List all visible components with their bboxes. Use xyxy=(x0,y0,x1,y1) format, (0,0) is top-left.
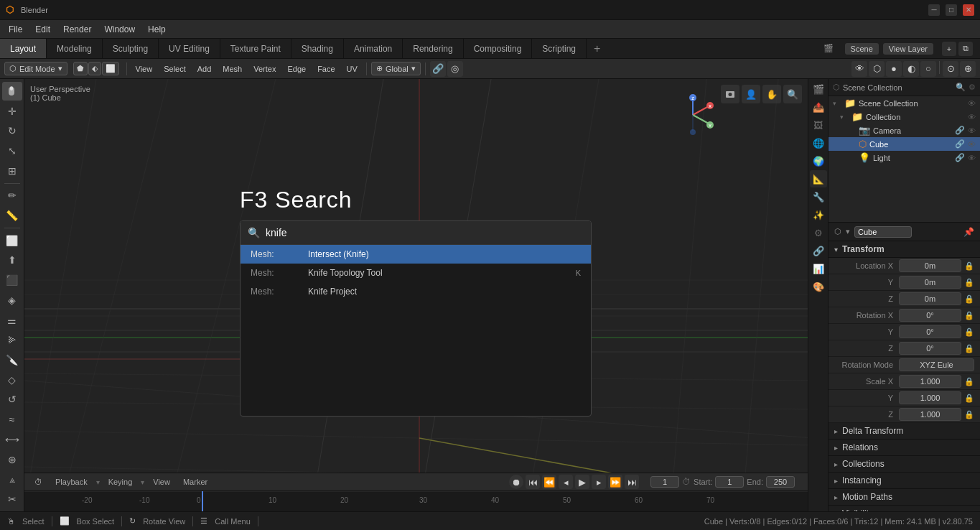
collections-section[interactable]: ▸ Collections xyxy=(829,456,980,473)
tl-record-btn[interactable]: ⏺ xyxy=(509,475,523,489)
delta-transform-section[interactable]: ▸ Delta Transform xyxy=(829,423,980,440)
editor-type-selector[interactable]: ⬡ Edit Mode ▾ xyxy=(4,62,67,75)
scale-x-value[interactable]: 1.000 xyxy=(899,375,961,388)
scale-y-value[interactable]: 1.000 xyxy=(899,391,961,404)
prop-modifier-tab[interactable]: 🔧 xyxy=(810,188,827,205)
vp-zoom-icon[interactable]: 🔍 xyxy=(783,85,802,103)
new-scene-button[interactable]: + xyxy=(942,42,956,56)
tl-marker[interactable]: Marker xyxy=(179,476,212,488)
rotation-x-value[interactable]: 0° xyxy=(899,309,961,322)
inset-tool[interactable]: ⬛ xyxy=(2,271,22,289)
uv-menu[interactable]: UV xyxy=(342,63,362,75)
location-z-value[interactable]: 0m xyxy=(899,292,961,305)
close-button[interactable]: ✕ xyxy=(963,4,974,16)
prop-pin-icon[interactable]: 📌 xyxy=(963,227,974,237)
ol-collection[interactable]: ▾ 📁 Collection 👁 xyxy=(829,110,980,124)
smooth-tool[interactable]: ≈ xyxy=(2,410,22,429)
ol-collection-vis[interactable]: 👁 xyxy=(968,113,976,121)
minimize-button[interactable]: ─ xyxy=(928,4,940,16)
prop-view-layer-tab[interactable]: 🖼 xyxy=(810,116,827,134)
ol-light-vis[interactable]: 👁 xyxy=(968,154,976,162)
vertex-menu[interactable]: Vertex xyxy=(249,63,280,75)
vp-person-icon[interactable]: 👤 xyxy=(742,85,760,103)
menu-edit[interactable]: Edit xyxy=(29,23,56,36)
prop-world-tab[interactable]: 🌍 xyxy=(810,152,827,169)
tl-prev-key-btn[interactable]: ◂ xyxy=(559,475,573,489)
overlay-button[interactable]: ⊙ xyxy=(943,61,958,77)
tl-jump-end-btn[interactable]: ⏭ xyxy=(625,475,639,489)
tl-jump-start-btn[interactable]: ⏮ xyxy=(526,475,540,489)
object-name-input[interactable] xyxy=(854,226,912,238)
tab-compositing[interactable]: Compositing xyxy=(464,39,533,58)
viewport[interactable]: User Perspective (1) Cube 👤 ✋ 🔍 xyxy=(24,79,808,473)
rotation-mode-value[interactable]: XYZ Eule xyxy=(899,358,974,371)
maximize-button[interactable]: □ xyxy=(946,4,957,16)
rotation-x-anim-icon[interactable]: 🔒 xyxy=(964,311,974,320)
f3-search-input[interactable] xyxy=(266,227,584,238)
tab-texture-paint[interactable]: Texture Paint xyxy=(220,39,291,58)
f3-result-2[interactable]: Mesh: Knife Project xyxy=(241,282,591,301)
ol-scene-collection-vis[interactable]: 👁 xyxy=(968,99,976,108)
ol-camera-vis[interactable]: 👁 xyxy=(968,126,976,135)
location-y-anim-icon[interactable]: 🔒 xyxy=(964,278,974,287)
edge-mode-btn[interactable]: ⬖ xyxy=(88,62,101,75)
f3-result-0[interactable]: Mesh: Intersect (Knife) xyxy=(241,245,591,264)
location-z-anim-icon[interactable]: 🔒 xyxy=(964,294,974,304)
tl-editor-type[interactable]: ⏱ xyxy=(30,476,47,488)
tl-keying[interactable]: Keying xyxy=(104,476,137,488)
poly-build-tool[interactable]: ◇ xyxy=(2,371,22,389)
prop-material-tab[interactable]: 🎨 xyxy=(810,278,827,295)
rip-region-tool[interactable]: ✂ xyxy=(2,490,22,508)
gizmo-button[interactable]: ⊕ xyxy=(960,61,976,77)
add-cube-tool[interactable]: ⬜ xyxy=(2,231,22,250)
spin-tool[interactable]: ↺ xyxy=(2,391,22,409)
menu-help[interactable]: Help xyxy=(142,23,172,36)
transform-section-header[interactable]: ▾ Transform xyxy=(829,241,980,258)
scale-z-value[interactable]: 1.000 xyxy=(899,408,961,421)
bevel-tool[interactable]: ◈ xyxy=(2,291,22,310)
tl-play-btn[interactable]: ▶ xyxy=(575,475,589,489)
extrude-tool[interactable]: ⬆ xyxy=(2,251,22,270)
prop-constraints-tab[interactable]: 🔗 xyxy=(810,242,827,259)
ol-scene-collection[interactable]: ▾ 📁 Scene Collection 👁 xyxy=(829,96,980,110)
prop-particles-tab[interactable]: ✨ xyxy=(810,206,827,223)
ol-cube-vis[interactable]: 👁 xyxy=(968,140,976,149)
viewport-shading-wire[interactable]: ⬡ xyxy=(869,61,885,77)
add-menu[interactable]: Add xyxy=(193,63,216,75)
tl-current-frame[interactable] xyxy=(650,476,679,488)
instancing-section[interactable]: ▸ Instancing xyxy=(829,473,980,489)
ol-cube-link-icon[interactable]: 🔗 xyxy=(955,139,965,149)
scene-selector[interactable]: Scene xyxy=(845,43,879,55)
ol-camera-link-icon[interactable]: 🔗 xyxy=(955,126,965,135)
select-menu[interactable]: Select xyxy=(159,63,190,75)
loop-cut-tool[interactable]: ⚌ xyxy=(2,311,22,330)
f3-result-1[interactable]: Mesh: Knife Topology Tool K xyxy=(241,264,591,282)
rotate-tool[interactable]: ↻ xyxy=(2,121,22,140)
prop-output-tab[interactable]: 📤 xyxy=(810,98,827,116)
rotation-z-value[interactable]: 0° xyxy=(899,342,961,355)
location-y-value[interactable]: 0m xyxy=(899,276,961,289)
annotate-tool[interactable]: ✏ xyxy=(2,187,22,205)
rotation-y-anim-icon[interactable]: 🔒 xyxy=(964,327,974,337)
engine-selector[interactable]: 🎬 xyxy=(823,44,834,53)
object-mode-icons[interactable]: 👁 xyxy=(851,61,867,77)
viewport-shading-material[interactable]: ◐ xyxy=(903,61,919,77)
move-tool[interactable]: ✛ xyxy=(2,102,22,121)
prop-render-tab[interactable]: 🎬 xyxy=(810,80,827,98)
tab-scripting[interactable]: Scripting xyxy=(532,39,587,58)
offset-edge-tool[interactable]: ⫸ xyxy=(2,330,22,349)
location-x-anim-icon[interactable]: 🔒 xyxy=(964,261,974,271)
prop-object-tab[interactable]: 📐 xyxy=(810,170,827,187)
shear-tool[interactable]: ⟁ xyxy=(2,470,22,489)
tab-rendering[interactable]: Rendering xyxy=(403,39,463,58)
outliner-sort-icon[interactable]: ⚙ xyxy=(969,83,976,92)
snap-button[interactable]: 🔗 xyxy=(430,61,446,77)
tl-end-frame[interactable] xyxy=(766,476,795,488)
scale-z-anim-icon[interactable]: 🔒 xyxy=(964,410,974,419)
tab-sculpting[interactable]: Sculpting xyxy=(103,39,159,58)
tl-view[interactable]: View xyxy=(149,476,174,488)
ol-light-link-icon[interactable]: 🔗 xyxy=(955,153,965,162)
vp-hand-icon[interactable]: ✋ xyxy=(762,85,781,103)
tl-start-frame[interactable] xyxy=(715,476,744,488)
viewport-shading-render[interactable]: ○ xyxy=(920,61,936,77)
